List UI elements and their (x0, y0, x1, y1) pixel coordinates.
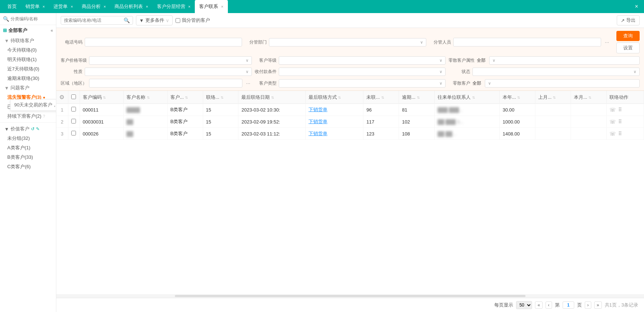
sidebar-item-7days[interactable]: 近7天待联络(0) (0, 64, 56, 74)
row-action-phone-1[interactable]: ☏ (609, 119, 616, 125)
sidebar-item-b-class[interactable]: B类客户(33) (0, 153, 56, 162)
col-contact-sort[interactable]: ⇅ (221, 96, 224, 100)
col-last-method-sort[interactable]: ⇅ (338, 96, 341, 100)
nav-home[interactable]: 首页 (3, 0, 21, 13)
query-button[interactable]: 查询 (616, 31, 640, 41)
col-this-month-sort[interactable]: ⇅ (588, 96, 591, 100)
sidebar-item-overdue[interactable]: 逾期未联络(30) (0, 74, 56, 83)
nav-sales-close[interactable]: × (43, 0, 45, 13)
sidebar-group-problem[interactable]: ▼ 问题客户 (0, 83, 56, 93)
pending-group-label: 待联络客户 (11, 37, 34, 44)
page-input[interactable] (563, 301, 574, 309)
sidebar-item-ungroup[interactable]: 未分组(32) (0, 134, 56, 143)
export-label: 导出 (626, 17, 636, 24)
filter-nature-select[interactable]: ∨ (85, 68, 252, 76)
export-button[interactable]: ↗ 导出 (617, 15, 640, 25)
edit-icon[interactable]: ✎ (36, 126, 40, 131)
nav-product-list[interactable]: 商品分析列表 × (110, 0, 152, 13)
filter-person: 分管人员 ··· (429, 38, 611, 46)
sidebar-all-customers[interactable]: ⊞全部客户 « (0, 25, 56, 36)
filter-region-input[interactable] (89, 79, 242, 88)
nav-purchase-close[interactable]: × (71, 0, 73, 13)
person-ellipsis[interactable]: ··· (603, 39, 611, 45)
next-page-button[interactable]: › (585, 301, 591, 309)
toolbar-search-icon[interactable]: 🔍 (124, 17, 130, 23)
row-select-2[interactable] (71, 131, 76, 135)
horizontal-scrollbar[interactable] (56, 294, 644, 298)
row-last-method-0[interactable]: 下销货单 (305, 104, 363, 116)
row-action-more-2[interactable]: ⠿ (618, 131, 622, 137)
per-page-select[interactable]: 50 (516, 301, 532, 309)
toolbar-search-input[interactable] (64, 18, 122, 23)
last-page-button[interactable]: » (594, 301, 602, 309)
row-action-more-0[interactable]: ⠿ (618, 107, 622, 113)
row-select-1[interactable] (71, 119, 76, 123)
region-ellipsis[interactable]: ··· (245, 80, 252, 86)
col-code-sort[interactable]: ⇅ (103, 96, 106, 100)
col-contact2-sort[interactable]: ⇅ (472, 96, 475, 100)
col-contact-label: 联络... (206, 94, 220, 100)
col-type-sort[interactable]: ⇅ (185, 96, 188, 100)
nav-product-list-label: 商品分析列表 (114, 0, 143, 13)
nav-customer-contact-close[interactable]: × (221, 0, 223, 13)
my-customers-label: 我分管的客户 (182, 17, 210, 24)
col-name-sort[interactable]: ⇅ (147, 96, 150, 100)
filter-phone-input[interactable] (85, 38, 242, 46)
sidebar-item-c-class[interactable]: C类客户(6) (0, 162, 56, 171)
sidebar-group-pending[interactable]: ▼ 待联络客户 (0, 36, 56, 45)
refresh-icon[interactable]: ↺ (31, 126, 35, 131)
settings-button[interactable]: 设置 (616, 42, 640, 53)
sidebar-collapse-icon[interactable]: « (51, 28, 53, 33)
row-last-method-1[interactable]: 下销货单 (305, 116, 363, 128)
sidebar-item-today[interactable]: 今天待联络(0) (0, 45, 56, 55)
row-this-year-1: 1000.00 (499, 116, 535, 128)
table-settings-icon[interactable]: ⚙ (59, 94, 64, 100)
row-last-month-1 (535, 116, 571, 128)
first-page-button[interactable]: « (535, 301, 543, 309)
nav-product-analysis-close[interactable]: × (104, 0, 106, 13)
tomorrow-label: 明天待联络(1) (7, 57, 37, 62)
sidebar-group-value[interactable]: ▼ 价值客户 ↺ ✎ (0, 124, 56, 134)
prev-page-button[interactable]: ‹ (546, 301, 552, 309)
row-this-month-2 (571, 128, 606, 140)
nav-customer-segment[interactable]: 客户分层经营 × (153, 0, 195, 13)
filter-status-select[interactable]: ∨ (472, 68, 640, 76)
row-action-phone-0[interactable]: ☏ (609, 107, 616, 113)
filter-row-3: 性质 ∨ 收付款条件 ∨ 状态 (61, 68, 640, 76)
scroll-thumb[interactable] (175, 295, 526, 297)
nav-product-analysis[interactable]: 商品分析 × (77, 0, 110, 13)
nav-sales[interactable]: 销货单 × (21, 0, 49, 13)
table-row: 3 000026 ██ B类客户 15 2023-02-03 11:12: 下销… (56, 128, 644, 140)
row-last-month-2 (535, 128, 571, 140)
filter-scatter-attr-select[interactable]: ∨ (489, 56, 640, 65)
filter-price-level-select[interactable]: ∨ (89, 56, 252, 65)
col-overdue-sort[interactable]: ⇅ (417, 96, 420, 100)
nav-customer-contact[interactable]: 客户联系 × (195, 0, 228, 13)
col-this-year-sort[interactable]: ⇅ (517, 96, 520, 100)
my-customers-checkbox-container[interactable]: 我分管的客户 (176, 17, 210, 24)
sidebar-item-a-class[interactable]: A类客户(1) (0, 143, 56, 153)
sidebar-item-tomorrow[interactable]: 明天待联络(1) (0, 55, 56, 64)
filter-scatter-select[interactable]: ∨ (485, 79, 640, 88)
col-last-month-sort[interactable]: ⇅ (553, 96, 556, 100)
filter-person-input[interactable] (453, 38, 601, 46)
row-select-0[interactable] (71, 107, 76, 112)
sidebar-item-declining[interactable]: 持续下滑客户(2) ? (0, 112, 56, 121)
filter-payment-select[interactable]: ∨ (279, 68, 446, 76)
nav-purchase[interactable]: 进货单 × (49, 0, 77, 13)
nav-customer-segment-close[interactable]: × (188, 0, 190, 13)
window-close-button[interactable]: × (632, 3, 641, 10)
more-conditions-button[interactable]: ▼ 更多条件 ∨ (136, 15, 173, 25)
row-action-phone-2[interactable]: ☏ (609, 131, 616, 137)
col-uncontacted-sort[interactable]: ⇅ (381, 96, 384, 100)
filter-customer-level-select[interactable]: ∨ (279, 56, 446, 65)
col-last-date-sort[interactable]: ⇅ (271, 96, 274, 100)
sidebar-search-input[interactable] (11, 16, 56, 21)
nav-product-list-close[interactable]: × (146, 0, 148, 13)
my-customers-checkbox[interactable] (176, 18, 180, 23)
filter-dept-select[interactable]: ∨ (269, 38, 426, 46)
filter-customer-type-select[interactable]: ∨ (279, 79, 446, 88)
row-last-method-2[interactable]: 下销货单 (305, 128, 363, 140)
row-action-more-1[interactable]: ⠿ (618, 119, 622, 125)
select-all-checkbox[interactable] (71, 94, 76, 99)
